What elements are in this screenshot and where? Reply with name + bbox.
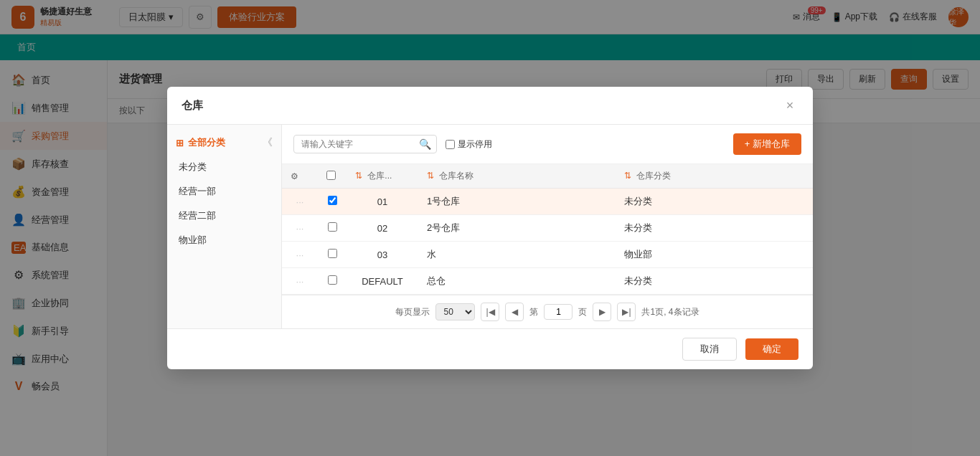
add-warehouse-btn[interactable]: + 新增仓库: [733, 133, 801, 155]
show-disabled-checkbox[interactable]: [446, 140, 455, 149]
table-header-row: ⚙ ⇅ 仓库... ⇅: [282, 164, 813, 189]
row-category: 未分类: [616, 215, 813, 242]
table-body: ··· 01 1号仓库 未分类 ··· 02 2号仓库 未分类 ··· 03 水…: [282, 189, 813, 295]
row-num: 01: [347, 189, 418, 215]
modal-close-btn[interactable]: ×: [781, 97, 798, 114]
modal-overlay: 仓库 × ⊞ 全部分类 《 未分类 经营一部: [0, 0, 980, 456]
modal-toolbar: 🔍 显示停用 + 新增仓库: [282, 125, 813, 164]
row-category: 未分类: [616, 268, 813, 295]
row-checkbox[interactable]: [328, 222, 337, 232]
modal-body: ⊞ 全部分类 《 未分类 经营一部 经营二部 物业部: [167, 125, 813, 328]
th-checkbox: [318, 164, 347, 189]
warehouse-table-wrap: ⚙ ⇅ 仓库... ⇅: [282, 164, 813, 295]
row-category: 未分类: [616, 189, 813, 215]
row-name: 总仓: [418, 268, 616, 295]
th-gear: ⚙: [282, 164, 318, 189]
sidebar-collapse-btn[interactable]: 《: [263, 136, 273, 149]
row-name: 2号仓库: [418, 215, 616, 242]
page-number-input[interactable]: [544, 304, 573, 320]
row-name: 水: [418, 242, 616, 268]
row-actions: ···: [282, 215, 318, 242]
cancel-btn[interactable]: 取消: [682, 338, 737, 361]
row-actions: ···: [282, 189, 318, 215]
warehouse-table: ⚙ ⇅ 仓库... ⇅: [282, 164, 813, 295]
row-num: DEFAULT: [347, 268, 418, 295]
row-num: 03: [347, 242, 418, 268]
confirm-btn[interactable]: 确定: [745, 338, 798, 360]
row-num: 02: [347, 215, 418, 242]
warehouse-modal: 仓库 × ⊞ 全部分类 《 未分类 经营一部: [167, 87, 813, 369]
show-disabled-checkbox-label[interactable]: 显示停用: [446, 138, 492, 151]
row-actions: ···: [282, 242, 318, 268]
th-name[interactable]: ⇅ 仓库名称: [418, 164, 616, 189]
modal-action-footer: 取消 确定: [167, 328, 813, 369]
modal-main-panel: 🔍 显示停用 + 新增仓库 ⚙: [282, 125, 813, 328]
category-item-unclassified[interactable]: 未分类: [167, 155, 281, 179]
modal-category-sidebar: ⊞ 全部分类 《 未分类 经营一部 经营二部 物业部: [167, 125, 282, 328]
modal-title: 仓库: [182, 99, 203, 113]
gear-icon: ⚙: [291, 171, 298, 181]
row-actions: ···: [282, 268, 318, 295]
category-item-ops1[interactable]: 经营一部: [167, 179, 281, 204]
page-first-btn[interactable]: |◀: [481, 303, 499, 321]
search-wrap: 🔍: [293, 135, 437, 153]
category-item-property[interactable]: 物业部: [167, 228, 281, 252]
category-item-ops2[interactable]: 经营二部: [167, 204, 281, 228]
row-checkbox-cell[interactable]: [318, 268, 347, 295]
row-checkbox-cell[interactable]: [318, 242, 347, 268]
page-prev-btn[interactable]: ◀: [505, 303, 524, 321]
row-checkbox[interactable]: [328, 275, 337, 285]
grid-icon: ⊞: [176, 138, 184, 148]
select-all-checkbox[interactable]: [326, 171, 336, 180]
th-category[interactable]: ⇅ 仓库分类: [616, 164, 813, 189]
row-checkbox[interactable]: [328, 196, 337, 205]
table-row[interactable]: ··· 02 2号仓库 未分类: [282, 215, 813, 242]
total-label: 共1页, 4条记录: [641, 306, 699, 318]
table-row[interactable]: ··· 01 1号仓库 未分类: [282, 189, 813, 215]
th-id[interactable]: ⇅ 仓库...: [347, 164, 418, 189]
row-checkbox[interactable]: [328, 249, 337, 258]
row-category: 物业部: [616, 242, 813, 268]
modal-header: 仓库 ×: [167, 87, 813, 125]
page-last-btn[interactable]: ▶|: [617, 303, 636, 321]
sort-icon-category: ⇅: [624, 171, 631, 181]
row-name: 1号仓库: [418, 189, 616, 215]
table-row[interactable]: ··· DEFAULT 总仓 未分类: [282, 268, 813, 295]
row-checkbox-cell[interactable]: [318, 215, 347, 242]
modal-sidebar-header: ⊞ 全部分类 《: [167, 133, 281, 155]
pagination-footer: 每页显示 50 20 100 |◀ ◀ 第 页 ▶ ▶| 共1页, 4条记录: [282, 295, 813, 328]
sort-icon-name: ⇅: [427, 171, 434, 181]
search-icon[interactable]: 🔍: [419, 138, 431, 150]
table-row[interactable]: ··· 03 水 物业部: [282, 242, 813, 268]
page-next-btn[interactable]: ▶: [593, 303, 611, 321]
row-checkbox-cell[interactable]: [318, 189, 347, 215]
page-size-select[interactable]: 50 20 100: [435, 303, 475, 320]
sort-icon-id: ⇅: [355, 171, 362, 181]
all-categories-label: ⊞ 全部分类: [176, 136, 225, 149]
search-input[interactable]: [293, 135, 437, 153]
